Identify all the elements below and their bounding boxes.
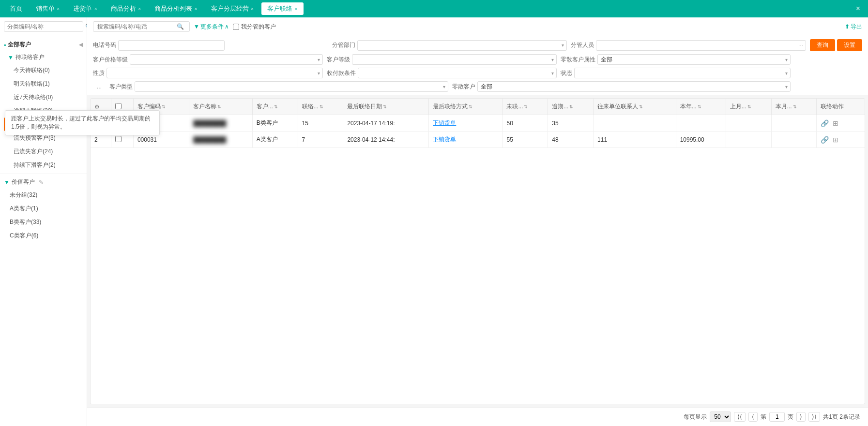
cell-last-method[interactable]: 下销货单 [429,115,503,132]
nav-customer-contact-close[interactable]: × [294,6,297,12]
last-method-link[interactable]: 下销货单 [433,136,456,143]
sidebar-value-customer-header[interactable]: ▼ 价值客户 ✎ [0,176,87,188]
sort-code-icon[interactable]: ⇅ [162,104,166,109]
cell-name[interactable]: ████████ [189,115,253,132]
nav-customer-segment[interactable]: 客户分层经营 × [205,2,259,15]
person-filter-cell: 分管人员 ⋯ [571,40,806,51]
main-layout: 🔍 ▪ 全部客户 ◀ ▼ 待联络客户 今天待联络(0) 明天待联络(1) [0,17,868,426]
cell-last-method[interactable]: 下销货单 [429,132,503,148]
nav-purchase[interactable]: 进货单 × [67,2,103,15]
collapse-icon: ▪ [4,42,6,48]
sidebar-search-input[interactable] [4,21,83,32]
retail-customer-label: 零散客户 [452,83,475,91]
nav-product-analysis[interactable]: 商品分析 × [105,2,147,15]
phone-label: 电话号码 [93,41,116,49]
nav-product-analysis-list[interactable]: 商品分析列表 × [149,2,203,15]
nav-sales-close[interactable]: × [57,6,60,12]
sort-thismonth-icon[interactable]: ⇅ [793,104,797,109]
th-action: 联络动作 [817,99,865,115]
more-conditions-button[interactable]: ▼ 更多条件 ∧ [194,23,229,31]
page-size-select[interactable]: 50 [710,411,731,422]
dept-select[interactable] [357,40,567,51]
export-button[interactable]: ⬆ 导出 [845,23,862,31]
sidebar-unclassified[interactable]: 未分组(32) [0,188,87,202]
person-select[interactable] [596,40,806,51]
my-customers-check[interactable] [233,24,239,30]
row-checkbox[interactable] [115,136,122,142]
sidebar-class-c[interactable]: C类客户(6) [0,229,87,242]
last-method-link[interactable]: 下销货单 [433,119,456,126]
sidebar-pending-7days[interactable]: 近7天待联络(0) [4,90,87,104]
edit-icon[interactable]: ✎ [39,179,44,186]
status-label: 状态 [561,69,572,77]
dots-button-row4[interactable]: ... [93,83,106,90]
sort-uncontacted-icon[interactable]: ⇅ [524,104,528,109]
current-page-input[interactable] [769,412,785,422]
cell-uncontacted: 50 [503,115,548,132]
status-select[interactable] [574,68,791,78]
price-grade-select[interactable] [130,54,323,65]
action-link-icon[interactable]: 🔗 [821,119,829,127]
sort-person-icon[interactable]: ⇅ [639,104,643,109]
my-customers-checkbox[interactable]: 我分管的客户 [233,23,276,31]
nav-purchase-close[interactable]: × [94,6,97,12]
sort-contact-icon[interactable]: ⇅ [320,104,323,109]
payment-select[interactable] [358,68,557,78]
retail-customer-select[interactable]: 全部 [477,81,791,92]
sidebar-declining[interactable]: 持续下滑客户(2) [4,158,87,172]
sidebar-collapse-arrow[interactable]: ◀ [79,42,83,48]
window-close-button[interactable]: × [852,2,864,15]
customer-type-select[interactable] [135,81,448,92]
sort-name-icon[interactable]: ⇅ [217,104,221,109]
search-input[interactable] [97,23,175,30]
nav-customer-contact[interactable]: 客户联络 × [261,2,303,15]
retail-attr-wrap: 全部 ▾ [597,54,791,65]
data-table-container[interactable]: ⚙ 客户编码⇅ 客户名称⇅ 客户...⇅ 联络...⇅ 最后联络日期⇅ 最后联络… [90,98,865,404]
sidebar-churned[interactable]: 已流失客户(24) [4,145,87,158]
tooltip-box: 距客户上次交易时长，超过了此客户的平均交易周期的1.5倍，则视为异常。 [87,110,160,135]
total-records-label: 共1页 2条记录 [823,413,860,421]
last-page-button[interactable]: ⟩⟩ [808,412,820,422]
sidebar-class-a[interactable]: A类客户(1) [0,202,87,215]
nav-home[interactable]: 首页 [4,2,28,15]
gear-icon[interactable]: ⚙ [94,103,100,110]
cell-last-date: 2023-04-12 14:44: [343,132,429,148]
retail-attr-select[interactable]: 全部 [597,54,791,65]
sidebar-pending-contact-header[interactable]: ▼ 待联络客户 [4,51,87,63]
first-page-button[interactable]: ⟨⟨ [734,412,746,422]
nav-sales[interactable]: 销售单 × [30,2,65,15]
nav-product-analysis-list-close[interactable]: × [194,6,197,12]
sort-overdue-icon[interactable]: ⇅ [569,104,573,109]
retail-customer-cell: 零散客户 全部 ▾ [452,81,791,92]
sort-ctype-icon[interactable]: ⇅ [274,104,278,109]
filter-row-4: ... 客户类型 ▾ 零散客户 全部 ▾ [93,81,862,92]
setting-button[interactable]: 设置 [837,39,862,51]
cell-name[interactable]: ████████ [189,132,253,148]
gender-select[interactable] [107,68,323,78]
phone-input[interactable] [118,40,225,51]
sort-date-icon[interactable]: ⇅ [383,104,387,109]
person-label: 分管人员 [571,41,594,49]
select-all-checkbox[interactable] [115,103,122,109]
sort-lastmonth-icon[interactable]: ⇅ [747,104,751,109]
sidebar-pending-tomorrow[interactable]: 明天待联络(1) [4,77,87,90]
search-icon[interactable]: 🔍 [177,23,184,30]
sidebar-all-customers[interactable]: ▪ 全部客户 ◀ [0,38,87,51]
sidebar-class-b[interactable]: B类客户(33) [0,215,87,229]
table-row: 1 000039 ████████ B类客户 15 2023-04-17 14:… [91,115,865,132]
prev-page-button[interactable]: ⟨ [748,412,758,422]
nav-customer-segment-close[interactable]: × [251,6,254,12]
sidebar-pending-today[interactable]: 今天待联络(0) [4,63,87,77]
action-grid-icon[interactable]: ⊞ [833,136,838,144]
cell-last-month [726,132,771,148]
customer-grade-select[interactable] [352,54,557,65]
sort-method-icon[interactable]: ⇅ [469,104,472,109]
action-grid-icon[interactable]: ⊞ [833,119,838,127]
query-button[interactable]: 查询 [810,39,835,51]
next-page-button[interactable]: ⟩ [796,412,806,422]
nav-product-analysis-close[interactable]: × [138,6,141,12]
action-link-icon[interactable]: 🔗 [821,136,829,144]
sidebar-search-area: 🔍 [0,17,87,36]
sort-year-icon[interactable]: ⇅ [698,104,701,109]
filter-row-2: 客户价格等级 ▾ 客户等级 ▾ 零散客户属性 [93,54,862,65]
